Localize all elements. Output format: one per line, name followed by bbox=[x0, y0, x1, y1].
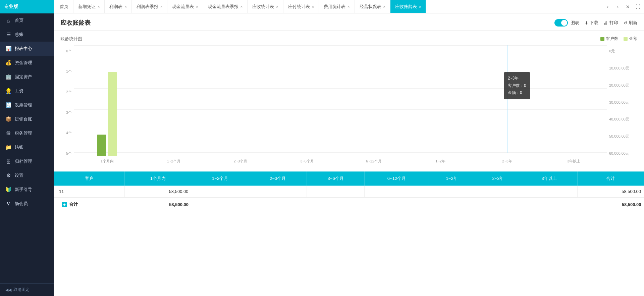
sidebar-item-reports[interactable]: 📊 报表中心 bbox=[0, 42, 54, 56]
chart-group-m1[interactable] bbox=[74, 49, 141, 156]
td-customer: 11 bbox=[54, 186, 125, 198]
chart-group-m6[interactable] bbox=[274, 49, 340, 156]
sidebar-item-invoice[interactable]: 🧾 发票管理 bbox=[0, 98, 54, 112]
tab-business-status[interactable]: 经营状况表 × bbox=[355, 0, 390, 13]
tab-expense-stats[interactable]: 费用统计表 × bbox=[319, 0, 355, 13]
tab-profit-quarterly-close[interactable]: × bbox=[160, 5, 162, 9]
sidebar-item-ledger[interactable]: ☰ 总账 bbox=[0, 28, 54, 42]
page-header: 应收账龄表 图表 ⬇ 下载 🖨 打印 ↺ 刷新 bbox=[54, 13, 644, 31]
unpin-label: 取消固定 bbox=[13, 287, 30, 293]
sidebar-item-label: 首页 bbox=[15, 17, 23, 23]
y-right-label-40000: 40,000.00元 bbox=[609, 117, 637, 122]
chart-container: 5个 4个 3个 2个 1个 0个 bbox=[60, 45, 637, 166]
sidebar-item-vip[interactable]: V 畅会员 bbox=[0, 197, 54, 211]
sidebar-item-label: 畅会员 bbox=[15, 201, 28, 207]
sidebar-item-tax[interactable]: 🏛 税务管理 bbox=[0, 126, 54, 140]
tab-ap-stats-close[interactable]: × bbox=[312, 5, 314, 9]
tab-voucher[interactable]: 新增凭证 × bbox=[73, 0, 105, 13]
tab-home[interactable]: 首页 bbox=[55, 0, 73, 13]
unpin-button[interactable]: ◀◀ 取消固定 bbox=[0, 283, 54, 296]
sidebar-item-funds[interactable]: 💰 资金管理 bbox=[0, 56, 54, 70]
refresh-label: 刷新 bbox=[629, 20, 637, 26]
tab-cashflow-label: 现金流量表 bbox=[172, 4, 194, 10]
print-button[interactable]: 🖨 打印 bbox=[604, 20, 618, 26]
sidebar-item-archive[interactable]: 🗄 归档管理 bbox=[0, 154, 54, 168]
payroll-icon: 👷 bbox=[5, 88, 11, 94]
tab-cashflow-quarterly-label: 现金流量表季报 bbox=[208, 4, 238, 10]
chart-group-m12[interactable] bbox=[340, 49, 407, 156]
sidebar-item-payroll[interactable]: 👷 工资 bbox=[0, 84, 54, 98]
sidebar-item-settings[interactable]: ⚙ 设置 bbox=[0, 168, 54, 183]
tab-ar-aging[interactable]: 应收账龄表 × bbox=[390, 0, 426, 13]
bar-m1-customer[interactable] bbox=[97, 135, 106, 156]
bar-m1-amount[interactable] bbox=[108, 72, 117, 156]
sidebar-item-label: 资金管理 bbox=[15, 60, 32, 66]
sidebar-item-closing[interactable]: 📁 结账 bbox=[0, 140, 54, 154]
sidebar-item-label: 结账 bbox=[15, 144, 23, 150]
legend-dot-amount bbox=[624, 37, 628, 41]
tab-ap-stats[interactable]: 应付统计表 × bbox=[283, 0, 319, 13]
th-total: 合计 bbox=[577, 171, 644, 186]
chart-group-m3[interactable] bbox=[207, 49, 274, 156]
tab-close-all-button[interactable]: ✕ bbox=[623, 2, 633, 11]
sidebar-item-label: 发票管理 bbox=[15, 102, 32, 108]
reports-icon: 📊 bbox=[5, 46, 11, 52]
tab-business-status-close[interactable]: × bbox=[383, 5, 385, 9]
sidebar-item-stockledger[interactable]: 📦 进销台账 bbox=[0, 112, 54, 126]
legend-amount: 金额 bbox=[624, 36, 637, 42]
tab-profit[interactable]: 利润表 × bbox=[105, 0, 131, 13]
grid-line-5 bbox=[74, 45, 607, 46]
y-right-label-30000: 30,000.00元 bbox=[609, 100, 637, 105]
tab-ar-stats[interactable]: 应收统计表 × bbox=[248, 0, 283, 13]
chart-title: 账龄统计图 bbox=[60, 36, 637, 42]
toggle-knob[interactable] bbox=[554, 19, 568, 27]
th-customer: 客户 bbox=[54, 171, 125, 186]
legend-label-amount: 金额 bbox=[629, 36, 637, 42]
tab-expense-stats-close[interactable]: × bbox=[347, 5, 350, 9]
chart-group-y3[interactable] bbox=[474, 49, 541, 156]
tab-cashflow[interactable]: 现金流量表 × bbox=[167, 0, 203, 13]
td-footer-over3 bbox=[521, 198, 577, 211]
download-button[interactable]: ⬇ 下载 bbox=[585, 20, 598, 26]
sidebar-item-label: 工资 bbox=[15, 88, 23, 94]
sidebar-item-home[interactable]: ⌂ 首页 bbox=[0, 13, 54, 28]
tab-ar-stats-close[interactable]: × bbox=[276, 5, 278, 9]
sidebar-item-assets[interactable]: 🏢 固定资产 bbox=[0, 70, 54, 84]
tab-cashflow-close[interactable]: × bbox=[196, 5, 198, 9]
x-label-y3: 2~3年 bbox=[474, 156, 541, 166]
chart-group-y2[interactable] bbox=[407, 49, 474, 156]
tab-profit-quarterly[interactable]: 利润表季报 × bbox=[132, 0, 167, 13]
app-logo: 专业版 bbox=[0, 0, 54, 13]
settings-icon: ⚙ bbox=[5, 172, 11, 179]
x-label-over3: 3年以上 bbox=[540, 156, 607, 166]
archive-icon: 🗄 bbox=[5, 159, 11, 164]
chart-bars-row bbox=[74, 49, 607, 156]
td-y3 bbox=[475, 186, 521, 198]
refresh-button[interactable]: ↺ 刷新 bbox=[624, 20, 637, 26]
tab-maximize-button[interactable]: ⛶ bbox=[633, 2, 643, 11]
tab-profit-close[interactable]: × bbox=[124, 5, 126, 9]
tab-prev-button[interactable]: ‹ bbox=[603, 2, 612, 11]
download-icon: ⬇ bbox=[585, 20, 588, 26]
toggle-label: 图表 bbox=[571, 20, 579, 26]
y-left-label-2: 2个 bbox=[60, 90, 72, 95]
td-m12 bbox=[365, 186, 429, 198]
th-y2: 1~2年 bbox=[429, 171, 475, 186]
y-left-label-5: 5个 bbox=[60, 151, 72, 156]
sidebar-item-label: 税务管理 bbox=[15, 130, 32, 136]
chart-group-m2[interactable] bbox=[141, 49, 207, 156]
tab-cashflow-quarterly-close[interactable]: × bbox=[240, 5, 243, 9]
chart-y-left-axis: 5个 4个 3个 2个 1个 0个 bbox=[60, 49, 74, 156]
tab-voucher-close[interactable]: × bbox=[98, 5, 100, 9]
chart-toggle[interactable]: 图表 bbox=[554, 19, 579, 27]
tab-cashflow-quarterly[interactable]: 现金流量表季报 × bbox=[203, 0, 248, 13]
x-label-m3: 2~3个月 bbox=[207, 156, 274, 166]
tab-business-status-label: 经营状况表 bbox=[360, 4, 381, 10]
tab-ar-aging-close[interactable]: × bbox=[419, 5, 421, 9]
print-label: 打印 bbox=[609, 20, 618, 26]
sidebar-item-guide[interactable]: 🔰 新手引导 bbox=[0, 183, 54, 197]
chart-group-over3[interactable] bbox=[540, 49, 607, 156]
closing-icon: 📁 bbox=[5, 144, 11, 150]
tab-next-button[interactable]: › bbox=[613, 2, 623, 11]
sidebar-item-label: 固定资产 bbox=[15, 74, 32, 80]
